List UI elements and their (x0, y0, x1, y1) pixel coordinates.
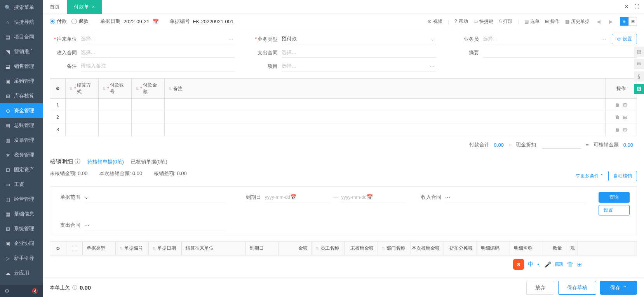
col-amount[interactable]: ⇅*付款金额 (132, 79, 165, 98)
col-unwrite[interactable]: 未核销金额 (345, 242, 378, 255)
col-employee[interactable]: ⇅员工名称 (312, 242, 345, 255)
prev-arrow-icon[interactable]: ◀ (595, 18, 602, 25)
doc-range-select[interactable]: ⌄ (84, 192, 226, 202)
sidebar-item-quicknav[interactable]: ⌂快捷导航 (0, 15, 43, 30)
income-contract-input[interactable]: 选择... (81, 47, 235, 58)
info-icon[interactable]: ⓘ (75, 158, 80, 165)
income-contract-filter-input[interactable]: ⋯ (445, 192, 587, 202)
col-remark[interactable]: ⇅备注 (165, 79, 606, 98)
shortcut-link[interactable]: ▭快捷键 (473, 18, 493, 25)
more-icon[interactable]: ⋯ (430, 63, 435, 69)
expense-contract-filter-input[interactable]: ⋯ (84, 220, 226, 230)
sidebar-item-salary[interactable]: ▭工资 (0, 177, 43, 192)
auto-writeoff-button[interactable]: 自动核销 (608, 171, 637, 181)
col-spec[interactable]: 规 (566, 242, 578, 255)
sogou-logo-icon[interactable]: S (513, 259, 524, 270)
more-icon[interactable]: ⋯ (601, 36, 606, 42)
sidebar-item-project[interactable]: ▤项目合同 (0, 30, 43, 44)
ime-grid-icon[interactable]: ⊞ (577, 261, 582, 267)
col-dept[interactable]: ⇅部门名称 (378, 242, 411, 255)
delete-icon[interactable]: 🗑 (615, 127, 620, 132)
detail-gear-icon[interactable]: ⚙ (50, 242, 66, 255)
select-all-checkbox[interactable] (66, 242, 83, 255)
sidebar-item-marketing[interactable]: ⬔营销推广 (0, 44, 43, 59)
print-link[interactable]: ⎙打印 (499, 18, 512, 25)
col-docdate[interactable]: ⇅单据日期 (149, 242, 182, 255)
col-method[interactable]: ⇅*结算方式 (66, 79, 99, 98)
grid-gear-icon[interactable]: ⚙ (50, 79, 66, 98)
calendar-icon[interactable]: 📅 (367, 194, 373, 200)
sidebar-item-biz[interactable]: ◫经营管理 (0, 192, 43, 207)
sidebar-item-invoice[interactable]: ▥发票管理 (0, 133, 43, 148)
sidebar-item-tax[interactable]: ※税务管理 (0, 148, 43, 162)
sidebar-item-system[interactable]: ⊞系统管理 (0, 221, 43, 236)
more-icon[interactable]: ⋯ (84, 222, 89, 228)
sidebar-item-cloud[interactable]: ☁云应用 (0, 266, 43, 280)
query-button[interactable]: 查询 (599, 192, 630, 203)
tabs-close-icon[interactable]: × (624, 3, 628, 11)
save-draft-button[interactable]: 保存草稿 (558, 281, 596, 295)
more-icon[interactable]: ⋯ (228, 36, 233, 42)
ime-zh-icon[interactable]: 中 (528, 261, 533, 268)
volume-icon[interactable]: 🔇 (32, 288, 38, 294)
delete-icon[interactable]: 🗑 (615, 102, 620, 108)
view-list-button[interactable]: ≡ (620, 17, 628, 26)
ime-punct-icon[interactable]: •, (537, 261, 541, 267)
col-detail-code[interactable]: 明细编码 (477, 242, 510, 255)
fullscreen-icon[interactable]: ⛶ (634, 4, 639, 10)
date-to-input[interactable]: yyyy-mm-dd📅 (341, 192, 407, 202)
ime-keyboard-icon[interactable]: ⌨ (555, 261, 563, 267)
col-amount[interactable]: 金额 (279, 242, 312, 255)
col-duedate[interactable]: 到期日 (246, 242, 279, 255)
grid-row[interactable]: 3 🗑⊞ (50, 123, 637, 136)
col-thiswrite[interactable]: 本次核销金额 (411, 242, 444, 255)
ime-mic-icon[interactable]: 🎤 (545, 261, 551, 267)
sidebar-item-asset[interactable]: ⊡固定资产 (0, 162, 43, 177)
tab-done[interactable]: 已核销单据(0笔) (131, 158, 167, 165)
remark-input[interactable]: 请输入备注 (81, 61, 235, 71)
sidebar-item-search[interactable]: 🔍搜索菜单 (0, 0, 43, 15)
col-account[interactable]: ⇅*付款账号 (99, 79, 132, 98)
close-icon[interactable]: × (92, 4, 95, 10)
discard-button[interactable]: 放弃 (526, 281, 554, 295)
discount-input[interactable] (542, 141, 581, 149)
copy-icon[interactable]: ⊞ (623, 102, 627, 108)
sidebar-item-ledger[interactable]: ▤总账管理 (0, 118, 43, 133)
info-icon[interactable]: ⓘ (72, 284, 77, 291)
supplier-input[interactable]: 选择...⋯ (81, 34, 235, 44)
tab-pending[interactable]: 待核销单据(0笔) (87, 158, 124, 165)
sidebar-item-sales[interactable]: ⬓销售管理 (0, 59, 43, 74)
expense-contract-input[interactable]: 选择... (282, 47, 436, 58)
summary-input[interactable] (483, 48, 637, 58)
calendar-icon[interactable]: 📅 (153, 19, 159, 24)
rail-image-icon[interactable]: 🖼 (634, 84, 644, 94)
view-grid-button[interactable]: ⊞ (628, 17, 637, 26)
col-discount-share[interactable]: 折扣分摊额 (444, 242, 477, 255)
salesman-input[interactable]: 选择...⋯ (483, 34, 608, 44)
history-link[interactable]: ▥历史单据 (565, 18, 590, 25)
more-icon[interactable]: ⋯ (445, 194, 450, 200)
radio-pay[interactable]: 付款 (50, 18, 67, 25)
project-input[interactable]: 选择...⋯ (282, 61, 436, 71)
gear-icon[interactable]: ⚙ (5, 288, 9, 294)
settings-button[interactable]: ⚙设置 (612, 34, 637, 44)
sidebar-item-purchase[interactable]: ▣采购管理 (0, 74, 43, 89)
ime-skin-icon[interactable]: 👕 (567, 261, 573, 267)
col-doctype[interactable]: 单据类型 (83, 242, 116, 255)
tab-home[interactable]: 首页 (43, 0, 67, 14)
rail-note-icon[interactable]: ▤ (634, 47, 644, 57)
col-detail-name[interactable]: 明细名称 (510, 242, 543, 255)
sidebar-item-info[interactable]: ▦基础信息 (0, 207, 43, 221)
delete-icon[interactable]: 🗑 (615, 115, 620, 120)
col-qty[interactable]: 数量 (543, 242, 566, 255)
menu-link[interactable]: ▤选单 (524, 18, 540, 25)
video-link[interactable]: ⊙视频 (428, 18, 442, 25)
grid-row[interactable]: 1 🗑⊞ (50, 99, 637, 111)
radio-refund[interactable]: 退款 (71, 18, 89, 25)
more-filter-link[interactable]: ▽更多条件⌃ (576, 173, 604, 179)
sidebar-item-guide[interactable]: ▷新手引导 (0, 251, 43, 266)
help-link[interactable]: ?帮助 (454, 18, 468, 25)
grid-row[interactable]: 2 🗑⊞ (50, 111, 637, 123)
sidebar-item-fund[interactable]: ⊙资金管理 (0, 103, 43, 118)
save-button[interactable]: 保存⌃ (600, 281, 637, 295)
